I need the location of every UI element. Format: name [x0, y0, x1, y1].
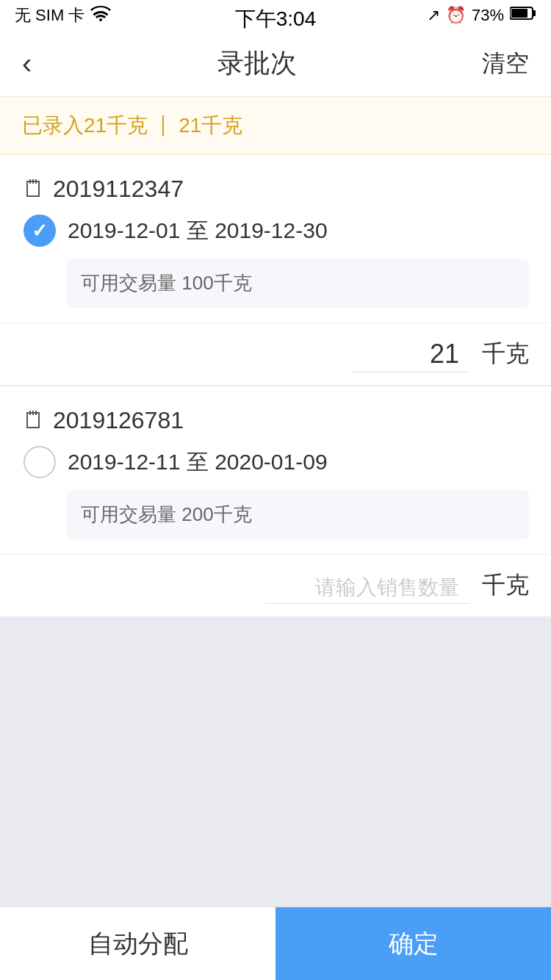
batch-available-1: 可用交易量 100千克	[66, 259, 529, 308]
svg-rect-2	[511, 9, 527, 18]
status-left: 无 SIM 卡	[15, 4, 111, 26]
batch-doc-icon-2: 🗒	[22, 407, 46, 434]
svg-rect-1	[533, 10, 536, 16]
batch-card-1: 🗒 2019112347 2019-12-01 至 2019-12-30 可用交…	[0, 155, 551, 385]
batch-id-1: 2019112347	[53, 176, 184, 203]
batch-id-row-1: 🗒 2019112347	[22, 176, 529, 203]
summary-divider	[162, 115, 164, 136]
battery-percent: 73%	[472, 6, 504, 25]
batch-date-row-2[interactable]: 2019-12-11 至 2020-01-09	[24, 446, 529, 478]
quantity-unit-2: 千克	[482, 569, 529, 602]
batch-date-1: 2019-12-01 至 2019-12-30	[68, 216, 328, 246]
quantity-input-1[interactable]	[353, 339, 470, 370]
quantity-input-wrapper-1	[353, 339, 470, 370]
batch-doc-icon-1: 🗒	[22, 176, 46, 203]
quantity-input-2[interactable]	[264, 570, 470, 601]
status-time: 下午3:04	[235, 5, 317, 33]
summary-value: 21千克	[179, 112, 242, 140]
no-sim-text: 无 SIM 卡	[15, 4, 84, 26]
radio-unchecked-2[interactable]	[24, 446, 56, 478]
empty-area	[0, 616, 551, 910]
location-icon: ↗	[427, 6, 440, 25]
quantity-row-1: 千克	[0, 323, 551, 385]
battery-icon	[510, 6, 536, 25]
batch-date-2: 2019-12-11 至 2020-01-09	[68, 447, 328, 478]
summary-bar: 已录入21千克 21千克	[0, 97, 551, 155]
batch-available-2: 可用交易量 200千克	[66, 490, 529, 539]
bottom-bar: 自动分配 确定	[0, 907, 551, 980]
radio-checked-1[interactable]	[24, 215, 56, 247]
batch-date-row-1[interactable]: 2019-12-01 至 2019-12-30	[24, 215, 529, 247]
content-area: 🗒 2019112347 2019-12-01 至 2019-12-30 可用交…	[0, 155, 551, 980]
quantity-row-2: 千克	[0, 554, 551, 616]
status-right: ↗ ⏰ 73%	[427, 6, 536, 25]
auto-distribute-button[interactable]: 自动分配	[0, 907, 276, 980]
clear-button[interactable]: 清空	[482, 48, 529, 80]
page-title: 录批次	[217, 46, 297, 82]
batch-item-2: 🗒 2019126781 2019-12-11 至 2020-01-09 可用交…	[0, 386, 551, 554]
summary-label: 已录入21千克	[22, 112, 148, 140]
quantity-unit-1: 千克	[482, 338, 529, 370]
quantity-input-wrapper-2	[264, 570, 470, 601]
batch-id-row-2: 🗒 2019126781	[22, 407, 529, 434]
wifi-icon	[90, 5, 111, 26]
batch-card-2: 🗒 2019126781 2019-12-11 至 2020-01-09 可用交…	[0, 386, 551, 616]
status-bar: 无 SIM 卡 下午3:04 ↗ ⏰ 73%	[0, 0, 551, 31]
batch-item-1: 🗒 2019112347 2019-12-01 至 2019-12-30 可用交…	[0, 155, 551, 323]
back-button[interactable]: ‹	[22, 47, 32, 80]
batch-id-2: 2019126781	[53, 407, 184, 434]
alarm-icon: ⏰	[446, 6, 466, 25]
nav-bar: ‹ 录批次 清空	[0, 31, 551, 97]
confirm-button[interactable]: 确定	[276, 907, 551, 980]
